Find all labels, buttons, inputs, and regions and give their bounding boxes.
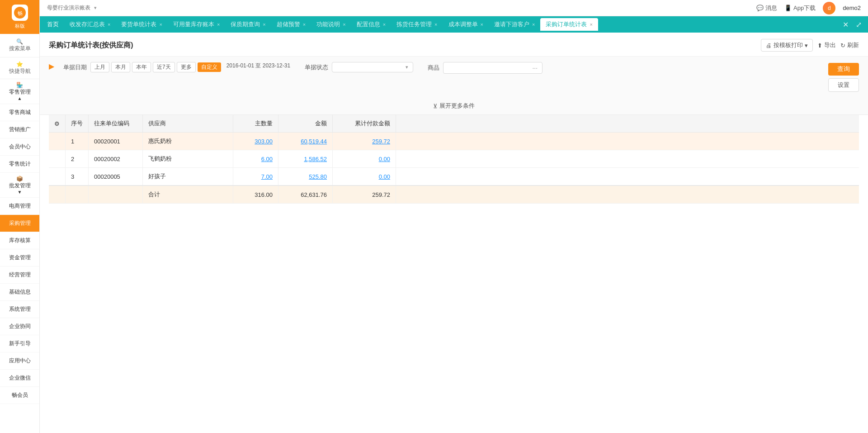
tab-close-icon[interactable]: × xyxy=(532,22,535,27)
amount-link[interactable]: 1,586.52 xyxy=(304,156,327,162)
row-supplier: 惠氏奶粉 xyxy=(143,133,233,150)
tab-close-icon[interactable]: × xyxy=(481,22,483,27)
paid-link[interactable]: 0.00 xyxy=(379,156,390,162)
filter-settings-btn[interactable]: 设置 xyxy=(828,78,859,92)
tab-close-icon[interactable]: × xyxy=(217,22,220,27)
sidebar-item-wechat[interactable]: 企业微信 xyxy=(0,370,39,387)
sidebar-logo[interactable]: 畅 标版 xyxy=(0,0,39,34)
sidebar-item-retail-mgmt[interactable]: 🏪 零售管理 ▲ xyxy=(0,79,39,104)
row-paid[interactable]: 0.00 xyxy=(333,150,396,168)
amount-link[interactable]: 525.80 xyxy=(309,173,327,180)
page-title: 采购订单统计表(按供应商) xyxy=(49,41,133,50)
tab-close-icon[interactable]: × xyxy=(159,22,162,27)
tab-close-all-btn[interactable]: ✕ xyxy=(840,19,851,30)
sidebar-item-marketing[interactable]: 营销推广 xyxy=(0,121,39,138)
sidebar-item-operations[interactable]: 经营管理 xyxy=(0,266,39,284)
tab-close-icon[interactable]: × xyxy=(303,22,306,27)
tab-close-icon[interactable]: × xyxy=(263,22,265,27)
tab-cost-adjust[interactable]: 成本调整单 × xyxy=(443,18,489,31)
sidebar-item-quicknav[interactable]: ⭐ 快捷导航 xyxy=(0,57,39,79)
tab-active-close-icon[interactable]: × xyxy=(590,22,592,27)
export-icon: ⬆ xyxy=(817,42,822,49)
sidebar-item-vip[interactable]: 畅会员 xyxy=(0,387,39,404)
tab-purchase-summary[interactable]: 采购订单统计表 × xyxy=(540,18,598,31)
sidebar-item-appcenter[interactable]: 应用中心 xyxy=(0,352,39,370)
sidebar-item-guide[interactable]: 新手引导 xyxy=(0,335,39,352)
col-header-qty: 主数量 xyxy=(233,115,278,133)
data-table: ⚙ 序号 往来单位编码 供应商 主数量 金额 累计付款金额 1 000200 xyxy=(49,115,859,204)
sidebar-item-search[interactable]: 🔍 搜索菜单 xyxy=(0,34,39,57)
tab-collection-summary[interactable]: 收发存汇总表 × xyxy=(64,18,116,31)
tab-home[interactable]: 首页 xyxy=(42,18,64,31)
tab-close-icon[interactable]: × xyxy=(108,22,110,27)
tab-close-icon[interactable]: × xyxy=(383,22,386,27)
download-icon: 📱 xyxy=(784,5,792,11)
date-this-month-btn[interactable]: 本月 xyxy=(111,62,130,72)
row-code: 00020005 xyxy=(89,168,143,186)
date-this-year-btn[interactable]: 本年 xyxy=(132,62,151,72)
qty-link[interactable]: 7.00 xyxy=(261,173,273,180)
message-btn[interactable]: 💬 消息 xyxy=(756,4,777,12)
row-amount[interactable]: 1,586.52 xyxy=(278,150,333,168)
tab-available-inventory[interactable]: 可用量库存账本 × xyxy=(168,18,225,31)
row-qty[interactable]: 303.00 xyxy=(233,133,278,150)
date-last-month-btn[interactable]: 上月 xyxy=(90,62,109,72)
user-avatar[interactable]: d xyxy=(823,2,835,14)
tab-overstock-warning[interactable]: 超储预警 × xyxy=(271,18,311,31)
breadcrumb-dropdown-icon[interactable]: ▾ xyxy=(94,5,97,11)
col-header-settings[interactable]: ⚙ xyxy=(49,115,66,133)
row-paid[interactable]: 259.72 xyxy=(333,133,396,150)
status-label: 单据状态 xyxy=(305,63,328,71)
tab-function-desc[interactable]: 功能说明 × xyxy=(311,18,351,31)
amount-link[interactable]: 60,519.44 xyxy=(301,138,327,145)
print-btn[interactable]: 🖨 按模板打印 ▾ xyxy=(761,39,813,52)
sidebar-item-enterprise[interactable]: 企业协同 xyxy=(0,318,39,335)
goods-input[interactable]: ··· xyxy=(443,62,542,74)
sidebar-item-purchase[interactable]: 采购管理 xyxy=(0,215,39,232)
filter-panel: ▶ 单据日期 上月 本月 本年 近7天 更多 自定义 xyxy=(40,57,868,115)
sidebar-item-wholesale[interactable]: 📦 批发管理 ▼ xyxy=(0,173,39,198)
tab-invite-customer[interactable]: 邀请下游客户 × xyxy=(489,18,540,31)
sidebar-item-system[interactable]: 系统管理 xyxy=(0,301,39,318)
paid-link[interactable]: 0.00 xyxy=(379,173,390,180)
date-more-btn[interactable]: 更多 xyxy=(177,62,196,72)
message-icon: 💬 xyxy=(756,5,764,11)
tab-close-icon[interactable]: × xyxy=(343,22,345,27)
user-initials: d xyxy=(828,5,831,11)
app-download-btn[interactable]: 📱 App下载 xyxy=(784,4,816,12)
expand-more-btn[interactable]: ⊻ 展开更多条件 xyxy=(433,102,475,110)
row-qty[interactable]: 6.00 xyxy=(233,150,278,168)
wholesale-icon: 📦 xyxy=(16,176,23,182)
sidebar-item-basic-info[interactable]: 基础信息 xyxy=(0,284,39,301)
sidebar-item-finance[interactable]: 资金管理 xyxy=(0,249,39,266)
qty-link[interactable]: 6.00 xyxy=(261,156,273,162)
collapse-filter-btn[interactable]: ▶ xyxy=(49,62,54,71)
col-header-supplier: 供应商 xyxy=(143,115,233,133)
username[interactable]: demo2 xyxy=(843,5,861,11)
tab-config[interactable]: 配置信息 × xyxy=(351,18,391,31)
refresh-btn[interactable]: ↻ 刷新 xyxy=(840,41,859,49)
sidebar-operations-label: 经营管理 xyxy=(9,271,31,279)
date-7days-btn[interactable]: 近7天 xyxy=(153,62,175,72)
sidebar-item-ecommerce[interactable]: 电商管理 xyxy=(0,198,39,215)
tab-close-icon[interactable]: × xyxy=(434,22,437,27)
tab-overstock-label: 超储预警 xyxy=(277,20,300,29)
sidebar-item-retail-stats[interactable]: 零售统计 xyxy=(0,156,39,173)
row-amount[interactable]: 60,519.44 xyxy=(278,133,333,150)
tab-expiry-query[interactable]: 保质期查询 × xyxy=(225,18,271,31)
tab-picking-task[interactable]: 拣货任务管理 × xyxy=(391,18,443,31)
col-header-amount: 金额 xyxy=(278,115,333,133)
export-btn[interactable]: ⬆ 导出 xyxy=(817,41,836,49)
qty-link[interactable]: 303.00 xyxy=(255,138,273,145)
tab-order-stats[interactable]: 要货单统计表 × xyxy=(116,18,167,31)
sidebar-item-inventory[interactable]: 库存核算 xyxy=(0,232,39,249)
sidebar-item-member[interactable]: 会员中心 xyxy=(0,138,39,156)
row-qty[interactable]: 7.00 xyxy=(233,168,278,186)
row-amount[interactable]: 525.80 xyxy=(278,168,333,186)
sidebar-item-retail-mall[interactable]: 零售商城 xyxy=(0,104,39,121)
tab-maximize-btn[interactable]: ⤢ xyxy=(853,19,864,30)
query-btn[interactable]: 查询 xyxy=(828,63,859,76)
paid-link[interactable]: 259.72 xyxy=(372,138,390,145)
status-select[interactable]: ▾ xyxy=(332,62,413,72)
row-paid[interactable]: 0.00 xyxy=(333,168,396,186)
